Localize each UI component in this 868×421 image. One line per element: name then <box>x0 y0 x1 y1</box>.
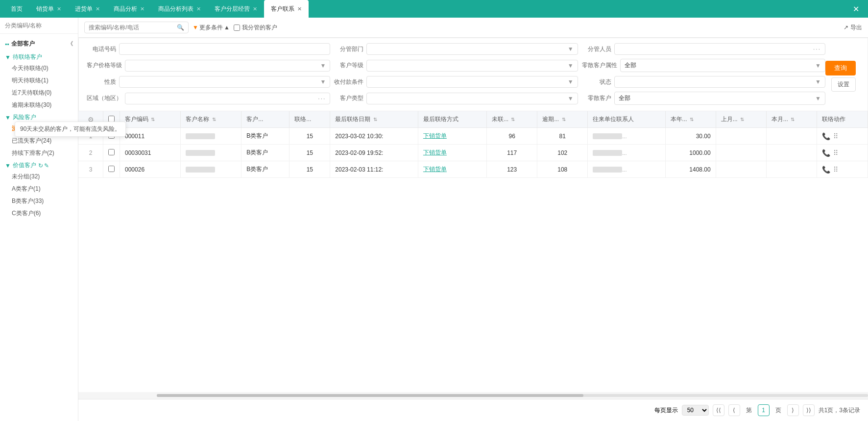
overdue-sort-icon[interactable]: ⇅ <box>562 117 566 122</box>
sidebar-all-customers[interactable]: ▪▪ 全部客户 《 <box>5 37 73 51</box>
scroll-bar-wrap[interactable] <box>78 392 868 399</box>
export-button[interactable]: ↗ 导出 <box>844 24 862 32</box>
row-this-month <box>766 161 817 178</box>
page-size-select[interactable]: 50 100 200 <box>682 405 709 416</box>
setting-button[interactable]: 设置 <box>831 77 856 92</box>
region-select[interactable]: ··· <box>125 93 330 104</box>
sidebar-item-b-class[interactable]: B类客户(33) <box>5 195 73 207</box>
more-filter-button[interactable]: ▼ 更多条件 ▲ <box>193 24 230 32</box>
sidebar-item-declining[interactable]: 持续下滑客户(2) <box>5 147 73 159</box>
first-page-button[interactable]: ⟨⟨ <box>713 404 724 416</box>
action-phone-icon[interactable]: 📞 <box>822 149 830 157</box>
value-refresh-icon[interactable]: ↻ <box>38 162 43 169</box>
row-type: B类客户 <box>241 145 289 161</box>
sidebar-search-input[interactable] <box>5 22 78 29</box>
name-sort-icon[interactable]: ⇅ <box>212 117 216 122</box>
not-contacted-sort-icon[interactable]: ⇅ <box>511 117 515 122</box>
sidebar-group-risk[interactable]: ▼ 风险客户 <box>5 111 73 123</box>
zero-customer-select[interactable]: 全部 ▼ <box>614 92 825 105</box>
row-contact: 15 <box>289 145 330 161</box>
dept-select[interactable]: ▼ <box>366 43 578 55</box>
filter-field-dept: 分管部门 ▼ <box>334 43 578 55</box>
scroll-bar-thumb[interactable] <box>157 394 583 397</box>
tab-customer-layer[interactable]: 客户分层经营 ✕ <box>208 0 264 18</box>
tab-purchase[interactable]: 进货单 ✕ <box>68 0 107 18</box>
zero-attr-label: 零散客户属性 <box>582 61 617 70</box>
tab-purchase-close[interactable]: ✕ <box>96 6 100 12</box>
action-more-icon[interactable]: ⠿ <box>833 132 838 140</box>
scroll-bar-track[interactable] <box>157 394 868 397</box>
zero-attr-select[interactable]: 全部 ▼ <box>620 59 825 72</box>
data-table: ⚙ 客户编码 ⇅ 客户名称 ⇅ <box>78 111 868 178</box>
tab-analysis-close[interactable]: ✕ <box>140 6 145 12</box>
sidebar-group-pending[interactable]: ▼ 待联络客户 <box>5 51 73 62</box>
row-checkbox-cell[interactable] <box>103 161 120 178</box>
filter-field-zero-customer: 零散客户 全部 ▼ <box>582 92 825 105</box>
sidebar-group-value[interactable]: ▼ 价值客户 ↻ ✎ <box>5 159 73 171</box>
manager-select[interactable]: ··· <box>614 43 825 55</box>
code-sort-icon[interactable]: ⇅ <box>151 117 155 122</box>
search-input[interactable] <box>89 24 177 31</box>
query-button[interactable]: 查询 <box>825 61 856 75</box>
tab-sales[interactable]: 销货单 ✕ <box>29 0 68 18</box>
row-last-way[interactable]: 下销货单 <box>418 145 486 161</box>
prev-page-button[interactable]: ⟨ <box>728 404 740 416</box>
row-action-cell: 📞 ⠿ <box>817 145 868 161</box>
window-close-button[interactable]: ✕ <box>848 4 864 14</box>
row-not-contacted: 117 <box>487 145 537 161</box>
tab-analysis[interactable]: 商品分析 ✕ <box>107 0 151 18</box>
sidebar-collapse-icon[interactable]: 《 <box>68 40 73 48</box>
search-btn[interactable]: 🔍 <box>177 24 184 31</box>
action-more-icon[interactable]: ⠿ <box>833 166 838 173</box>
table-row: 3 000026 B类客户 15 2023-02-03 11:12: 下销货单 … <box>78 161 868 178</box>
export-icon: ↗ <box>844 24 848 31</box>
payment-select[interactable]: ▼ <box>366 76 578 88</box>
row-last-way[interactable]: 下销货单 <box>418 161 486 178</box>
this-month-sort-icon[interactable]: ⇅ <box>791 117 795 122</box>
th-contact: 联络... <box>289 111 330 128</box>
region-dots[interactable]: ··· <box>318 95 326 102</box>
manager-dots[interactable]: ··· <box>813 46 821 52</box>
filter-field-payment: 收付款条件 ▼ <box>334 76 578 88</box>
row-name <box>181 161 241 178</box>
row-checkbox[interactable] <box>108 166 115 172</box>
my-customer-checkbox[interactable] <box>234 25 240 31</box>
phone-input[interactable] <box>119 43 330 55</box>
sidebar-item-c-class[interactable]: C类客户(6) <box>5 207 73 220</box>
gender-select[interactable]: ▼ <box>119 76 330 88</box>
customer-type-select[interactable]: ▼ <box>366 93 578 104</box>
row-checkbox[interactable] <box>108 149 115 155</box>
price-level-select[interactable]: ▼ <box>125 60 330 72</box>
this-year-sort-icon[interactable]: ⇅ <box>690 117 694 122</box>
sidebar-item-tomorrow[interactable]: 明天待联络(1) <box>5 74 73 87</box>
date-sort-icon[interactable]: ⇅ <box>373 117 377 122</box>
row-this-month <box>766 145 817 161</box>
customer-level-select[interactable]: ▼ <box>366 60 578 72</box>
sidebar-item-ungrouped[interactable]: 未分组(32) <box>5 171 73 183</box>
sidebar-item-overdue[interactable]: 逾期未联络(30) <box>5 99 73 111</box>
tab-home[interactable]: 首页 <box>4 0 29 18</box>
status-select[interactable]: ▼ <box>614 76 825 88</box>
next-page-button[interactable]: ⟩ <box>787 404 799 416</box>
value-edit-icon[interactable]: ✎ <box>44 162 49 169</box>
last-page-button[interactable]: ⟩⟩ <box>803 404 815 416</box>
select-all-checkbox[interactable] <box>108 116 115 122</box>
action-phone-icon[interactable]: 📞 <box>822 166 830 173</box>
sidebar-item-a-class[interactable]: A类客户(1) <box>5 183 73 195</box>
action-phone-icon[interactable]: 📞 <box>822 132 830 140</box>
tab-customer-contact-close[interactable]: ✕ <box>297 6 302 12</box>
tab-analysis-list-close[interactable]: ✕ <box>196 6 201 12</box>
sidebar-item-week[interactable]: 近7天待联络(0) <box>5 87 73 99</box>
tab-customer-layer-close[interactable]: ✕ <box>253 6 257 12</box>
last-month-sort-icon[interactable]: ⇅ <box>740 117 744 122</box>
filter-row-2: 客户价格等级 ▼ 客户等级 ▼ 零散客户属性 <box>87 59 825 72</box>
sidebar-item-today[interactable]: 今天待联络(0) <box>5 62 73 74</box>
tab-customer-contact[interactable]: 客户联系 ✕ <box>264 0 309 18</box>
tab-sales-close[interactable]: ✕ <box>57 6 61 12</box>
row-last-way[interactable]: 下销货单 <box>418 128 486 145</box>
filter-field-price-level: 客户价格等级 ▼ <box>87 60 330 72</box>
row-checkbox-cell[interactable] <box>103 145 120 161</box>
action-more-icon[interactable]: ⠿ <box>833 149 838 157</box>
zero-customer-arrow: ▼ <box>815 95 821 102</box>
tab-analysis-list[interactable]: 商品分析列表 ✕ <box>151 0 208 18</box>
